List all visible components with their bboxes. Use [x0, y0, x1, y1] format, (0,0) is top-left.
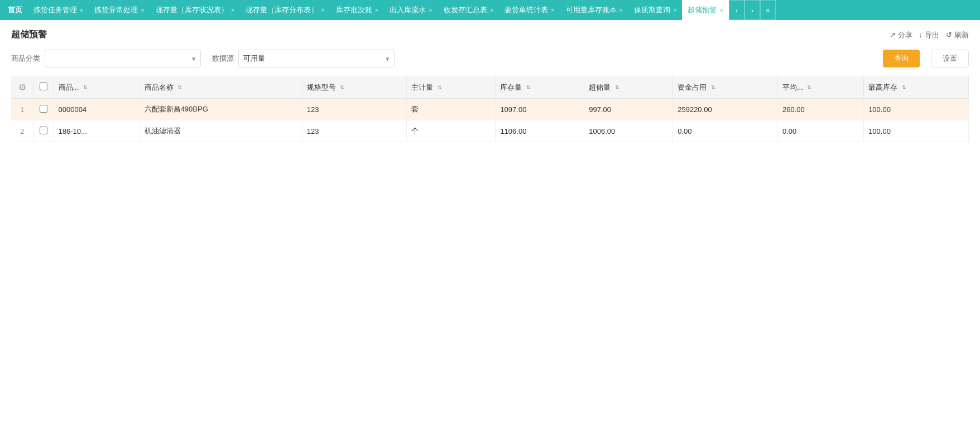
share-button[interactable]: ↗ 分享: [890, 30, 912, 40]
row-checkbox-1: [33, 120, 54, 142]
row-product-name-1: 机油滤清器: [140, 120, 302, 142]
topbar: 首页 拣货任务管理 × 拣货异常处理 × 现存量（库存状况表） × 现存量（库存…: [0, 0, 980, 20]
category-label: 商品分类: [11, 54, 40, 64]
datasource-chevron-icon: ▾: [386, 55, 390, 63]
datasource-select-value: 可用量: [243, 54, 265, 64]
nav-close-button[interactable]: ×: [760, 0, 776, 20]
close-tab-5-icon[interactable]: ×: [375, 7, 378, 13]
nav-tab-6[interactable]: 出入库流水 ×: [384, 0, 438, 20]
nav-tab-7[interactable]: 收发存汇总表 ×: [438, 0, 499, 20]
table-row: 1 0000004 六配套新昌490BPG 123 套 1097.00 997.…: [11, 99, 969, 120]
close-tab-7-icon[interactable]: ×: [490, 7, 493, 13]
table-header-row: ⚙ 商品... ⇅ 商品名称 ⇅ 规格型号 ⇅ 主计量: [11, 76, 969, 99]
table-body: 1 0000004 六配套新昌490BPG 123 套 1097.00 997.…: [11, 99, 969, 142]
datasource-filter-group: 数据源 可用量 ▾: [212, 50, 395, 67]
nav-tab-5[interactable]: 库存批次账 ×: [330, 0, 384, 20]
close-tab-8-icon[interactable]: ×: [551, 7, 554, 13]
th-avg: 平均... ⇅: [778, 76, 864, 99]
row-capital-1: 0.00: [673, 120, 778, 142]
close-tab-9-icon[interactable]: ×: [619, 7, 623, 13]
data-table: ⚙ 商品... ⇅ 商品名称 ⇅ 规格型号 ⇅ 主计量: [11, 76, 969, 142]
nav-tab-3[interactable]: 现存量（库存状况表） ×: [150, 0, 240, 20]
nav-tab-9[interactable]: 可用量库存账本 ×: [560, 0, 628, 20]
sort-spec-icon[interactable]: ⇅: [340, 85, 344, 90]
th-stock: 库存量 ⇅: [496, 76, 584, 99]
close-tab-4-icon[interactable]: ×: [321, 7, 324, 13]
nav-home[interactable]: 首页: [2, 0, 28, 20]
category-chevron-icon: ▾: [192, 55, 196, 63]
nav-tab-8[interactable]: 要货单统计表 ×: [499, 0, 560, 20]
header-actions: ↗ 分享 ↓ 导出 ↺ 刷新: [890, 30, 969, 40]
row-product-name-0: 六配套新昌490BPG: [140, 99, 302, 120]
th-spec: 规格型号 ⇅: [302, 76, 407, 99]
nav-tab-4[interactable]: 现存量（库存分布表） ×: [240, 0, 330, 20]
select-all-checkbox[interactable]: [40, 83, 47, 90]
close-tab-2-icon[interactable]: ×: [141, 7, 144, 13]
nav-prev-button[interactable]: ‹: [729, 0, 744, 20]
sort-stock-icon[interactable]: ⇅: [526, 85, 531, 90]
table-row: 2 186-10... 机油滤清器 123 个 1106.00 1006.00 …: [11, 120, 969, 142]
close-tab-6-icon[interactable]: ×: [429, 7, 432, 13]
category-select[interactable]: ▾: [45, 50, 201, 67]
row-num-0: 1: [11, 99, 33, 120]
sort-max-stock-icon[interactable]: ⇅: [902, 85, 906, 90]
row-max-stock-0: 100.00: [864, 99, 969, 120]
main-content: 超储预警 ↗ 分享 ↓ 导出 ↺ 刷新 商品分类 ▾ 数据源: [0, 20, 980, 446]
refresh-icon: ↺: [946, 31, 952, 39]
th-max-stock: 最高库存 ⇅: [864, 76, 969, 99]
row-spec-0: 123: [302, 99, 407, 120]
export-button[interactable]: ↓ 导出: [919, 30, 940, 40]
sort-product-name-icon[interactable]: ⇅: [177, 85, 182, 90]
row-unit-1: 个: [407, 120, 496, 142]
close-tab-active-icon[interactable]: ×: [719, 7, 723, 13]
filter-row: 商品分类 ▾ 数据源 可用量 ▾ 查询 设置: [11, 50, 969, 67]
row-product-code-1: 186-10...: [54, 120, 140, 142]
nav-tab-2[interactable]: 拣货异常处理 ×: [89, 0, 150, 20]
th-unit: 主计量 ⇅: [407, 76, 496, 99]
th-capital: 资金占用 ⇅: [673, 76, 778, 99]
row-overstock-1: 1006.00: [584, 120, 673, 142]
sort-avg-icon[interactable]: ⇅: [807, 85, 811, 90]
sort-product-code-icon[interactable]: ⇅: [83, 85, 88, 90]
row-product-code-0: 0000004: [54, 99, 140, 120]
export-icon: ↓: [919, 31, 923, 39]
settings-button[interactable]: 设置: [931, 50, 969, 67]
row-stock-1: 1106.00: [496, 120, 584, 142]
nav-tab-1[interactable]: 拣货任务管理 ×: [28, 0, 89, 20]
row-checkbox-0: [33, 99, 54, 120]
row-capital-0: 259220.00: [673, 99, 778, 120]
share-icon: ↗: [890, 31, 896, 39]
row-spec-1: 123: [302, 120, 407, 142]
th-product-code: 商品... ⇅: [54, 76, 140, 99]
nav-tab-active[interactable]: 超储预警 ×: [682, 0, 728, 20]
sort-capital-icon[interactable]: ⇅: [711, 85, 715, 90]
row-overstock-0: 997.00: [584, 99, 673, 120]
row-avg-1: 0.00: [778, 120, 864, 142]
row-select-checkbox-1[interactable]: [40, 127, 47, 134]
th-checkbox: [33, 76, 54, 99]
refresh-button[interactable]: ↺ 刷新: [946, 30, 969, 40]
nav-next-button[interactable]: ›: [744, 0, 760, 20]
close-tab-1-icon[interactable]: ×: [80, 7, 83, 13]
close-tab-10-icon[interactable]: ×: [673, 7, 676, 13]
nav-tab-10[interactable]: 保质期查询 ×: [628, 0, 682, 20]
datasource-label: 数据源: [212, 54, 234, 64]
page-title: 超储预警: [11, 29, 47, 41]
sort-unit-icon[interactable]: ⇅: [438, 85, 442, 90]
row-num-1: 2: [11, 120, 33, 142]
row-avg-0: 260.00: [778, 99, 864, 120]
gear-settings-icon[interactable]: ⚙: [18, 83, 26, 92]
datasource-select[interactable]: 可用量 ▾: [238, 50, 395, 67]
close-tab-3-icon[interactable]: ×: [231, 7, 234, 13]
sort-overstock-icon[interactable]: ⇅: [615, 85, 619, 90]
row-max-stock-1: 100.00: [864, 120, 969, 142]
row-unit-0: 套: [407, 99, 496, 120]
th-gear: ⚙: [11, 76, 33, 99]
th-product-name: 商品名称 ⇅: [140, 76, 302, 99]
row-select-checkbox-0[interactable]: [40, 105, 47, 113]
page-header: 超储预警 ↗ 分享 ↓ 导出 ↺ 刷新: [11, 29, 969, 41]
category-filter-group: 商品分类 ▾: [11, 50, 201, 67]
query-button[interactable]: 查询: [883, 50, 920, 67]
th-overstock: 超储量 ⇅: [584, 76, 673, 99]
row-stock-0: 1097.00: [496, 99, 584, 120]
